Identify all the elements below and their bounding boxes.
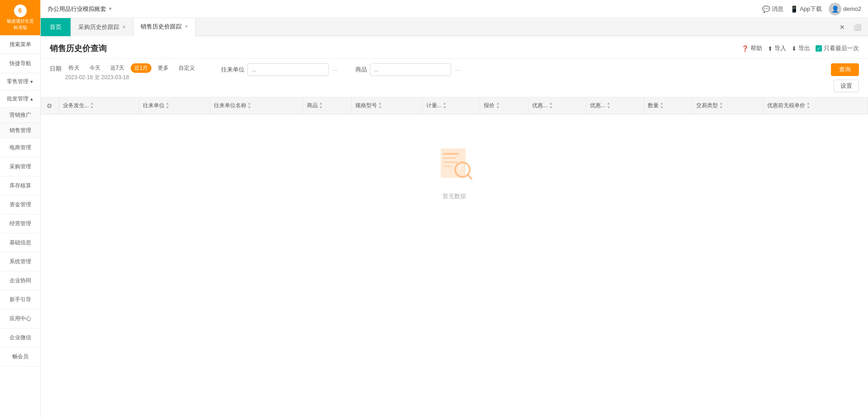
sidebar-item-appstore[interactable]: 应用中心 <box>0 309 40 328</box>
th-settings[interactable]: ⚙ <box>41 97 59 114</box>
goods-input[interactable] <box>370 63 451 76</box>
logo-subtitle: 标准版 <box>14 24 27 31</box>
help-button[interactable]: ❓ 帮助 <box>741 44 762 52</box>
export-button[interactable]: ⬇ 导出 <box>792 44 810 52</box>
th-spec-label: 规格型号 <box>355 102 377 109</box>
app-download-button[interactable]: 📱 App下载 <box>790 5 822 13</box>
sort-up-icon: ▲ <box>496 102 500 105</box>
th-quantity[interactable]: 数量 ▲ ▼ <box>644 97 693 114</box>
th-discount2-label: 优惠... <box>590 102 605 109</box>
page-content: 销售历史价查询 ❓ 帮助 ⬆ 导入 ⬇ 导出 只看最后一次 <box>41 36 868 418</box>
th-discount1[interactable]: 优惠... ▲ ▼ <box>528 97 586 114</box>
message-button[interactable]: 💬 消息 <box>762 5 783 13</box>
th-trade-type[interactable]: 交易类型 ▲ ▼ <box>693 97 764 114</box>
partner-field: 往来单位 ··· <box>221 63 337 76</box>
sidebar-item-basic[interactable]: 基础信息 <box>0 233 40 252</box>
last-only-toggle[interactable]: 只看最后一次 <box>816 44 859 52</box>
th-partner-code-label: 往来单位 <box>143 102 165 109</box>
sort-arrows-spec: ▲ ▼ <box>378 102 382 109</box>
import-label: 导入 <box>774 44 786 52</box>
sidebar-item-purchase[interactable]: 采购管理 <box>0 157 40 176</box>
sidebar-item-ecommerce[interactable]: 电商管理 <box>0 138 40 157</box>
sort-arrows-date: ▲ ▼ <box>90 102 94 109</box>
sort-arrows-discount1: ▲ ▼ <box>549 102 553 109</box>
sidebar-item-shortcut[interactable]: 快捷导航 <box>0 54 40 73</box>
sidebar-item-retail[interactable]: 零售管理 <box>0 73 40 90</box>
sidebar-item-inventory[interactable]: 库存核算 <box>0 176 40 195</box>
app-icon: 📱 <box>790 5 798 13</box>
partner-label: 往来单位 <box>221 66 245 74</box>
message-icon: 💬 <box>762 5 770 13</box>
main-area: 办公用品行业模拟账套 ▼ 💬 消息 📱 App下载 👤 demo2 首页 <box>41 0 868 418</box>
sort-up-icon: ▲ <box>443 102 447 105</box>
goods-suffix-icon[interactable]: ··· <box>455 66 460 73</box>
last-only-checkbox[interactable] <box>816 45 822 52</box>
sidebar-item-sales[interactable]: 销售管理 <box>0 123 40 138</box>
sort-up-icon: ▲ <box>807 102 810 105</box>
sidebar: 6 畅捷通好生意 标准版 搜索菜单 快捷导航 零售管理 批发管理 营销推广 销售… <box>0 0 41 418</box>
sort-down-icon: ▼ <box>807 106 810 109</box>
sidebar-item-system[interactable]: 系统管理 <box>0 252 40 271</box>
tab-sales-close-icon[interactable]: ✕ <box>184 24 188 29</box>
topbar-right: 💬 消息 📱 App下载 👤 demo2 <box>762 3 861 15</box>
sidebar-item-enterprise[interactable]: 企业协同 <box>0 271 40 290</box>
tab-home[interactable]: 首页 <box>41 18 71 36</box>
user-menu-button[interactable]: 👤 demo2 <box>829 3 861 15</box>
sidebar-item-wholesale[interactable]: 批发管理 <box>0 90 40 108</box>
sort-arrows-goods: ▲ ▼ <box>319 102 323 109</box>
date-option-last7[interactable]: 近7天 <box>107 63 128 73</box>
sidebar-item-member[interactable]: 畅会员 <box>0 347 40 366</box>
import-icon: ⬆ <box>768 45 773 52</box>
sidebar-item-wechat[interactable]: 企业微信 <box>0 328 40 347</box>
date-option-more[interactable]: 更多 <box>154 63 172 73</box>
date-option-yesterday[interactable]: 昨天 <box>65 63 83 73</box>
sidebar-item-operation[interactable]: 经营管理 <box>0 214 40 233</box>
company-selector[interactable]: 办公用品行业模拟账套 ▼ <box>47 5 113 13</box>
settings-button[interactable]: 设置 <box>834 80 859 92</box>
page-actions: ❓ 帮助 ⬆ 导入 ⬇ 导出 只看最后一次 <box>741 44 859 52</box>
export-label: 导出 <box>798 44 810 52</box>
import-button[interactable]: ⬆ 导入 <box>768 44 786 52</box>
dropdown-arrow-icon: ▼ <box>108 6 113 11</box>
partner-suffix-icon[interactable]: ··· <box>332 66 337 73</box>
gear-icon[interactable]: ⚙ <box>47 102 52 109</box>
sort-up-icon: ▲ <box>166 102 170 105</box>
maximize-window-button[interactable]: ⬜ <box>851 21 863 33</box>
date-option-last1m[interactable]: 近1月 <box>131 63 152 73</box>
tab-purchase-history[interactable]: 采购历史价跟踪 ✕ <box>71 18 133 36</box>
sort-up-icon: ▲ <box>719 102 723 105</box>
date-option-custom[interactable]: 自定义 <box>175 63 198 73</box>
th-price[interactable]: 报价 ▲ ▼ <box>480 97 528 114</box>
th-no-tax-price[interactable]: 优惠前无税单价 ▲ ▼ <box>763 97 868 114</box>
th-partner-name-label: 往来单位名称 <box>214 102 246 109</box>
svg-rect-3 <box>443 162 458 163</box>
app-label: App下载 <box>800 5 822 13</box>
th-spec[interactable]: 规格型号 ▲ ▼ <box>351 97 422 114</box>
table-container[interactable]: ⚙ 业务发生... ▲ ▼ <box>41 97 868 418</box>
th-partner-name[interactable]: 往来单位名称 ▲ ▼ <box>210 97 303 114</box>
logo-title: 畅捷通好生意 <box>7 18 34 24</box>
tab-sales-history[interactable]: 销售历史价跟踪 ✕ <box>133 18 196 36</box>
filter-area: 日期 昨天 今天 近7天 近1月 更多 自定义 2023-02-18 至 202… <box>41 59 868 97</box>
th-unit[interactable]: 计量... ▲ ▼ <box>422 97 480 114</box>
sidebar-item-search[interactable]: 搜索菜单 <box>0 35 40 54</box>
close-window-button[interactable]: ✕ <box>836 21 849 33</box>
tab-purchase-close-icon[interactable]: ✕ <box>122 24 126 29</box>
empty-illustration <box>432 142 477 187</box>
date-option-today[interactable]: 今天 <box>86 63 104 73</box>
svg-rect-1 <box>443 153 459 155</box>
sort-arrows-price: ▲ ▼ <box>496 102 500 109</box>
th-discount1-label: 优惠... <box>532 102 547 109</box>
partner-input[interactable] <box>247 63 329 76</box>
th-date[interactable]: 业务发生... ▲ ▼ <box>59 97 139 114</box>
th-unit-label: 计量... <box>426 102 442 109</box>
sort-up-icon: ▲ <box>90 102 94 105</box>
sidebar-item-newbie[interactable]: 新手引导 <box>0 290 40 309</box>
th-trade-type-label: 交易类型 <box>696 102 718 109</box>
sidebar-item-finance[interactable]: 资金管理 <box>0 195 40 214</box>
th-discount2[interactable]: 优惠... ▲ ▼ <box>586 97 644 114</box>
th-goods[interactable]: 商品 ▲ ▼ <box>303 97 351 114</box>
query-button[interactable]: 查询 <box>831 63 859 76</box>
th-partner-code[interactable]: 往来单位 ▲ ▼ <box>139 97 210 114</box>
sidebar-item-marketing[interactable]: 营销推广 <box>0 108 40 123</box>
